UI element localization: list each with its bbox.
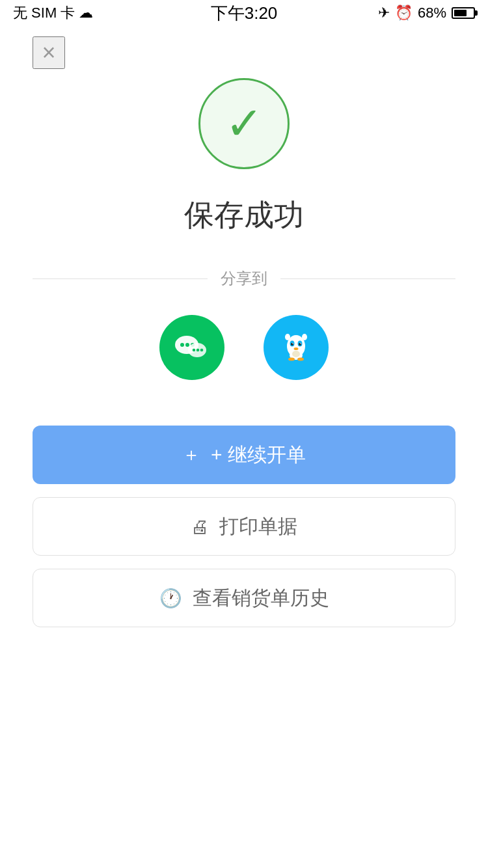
wechat-share-button[interactable] bbox=[159, 315, 224, 380]
svg-point-21 bbox=[302, 334, 307, 340]
plus-icon: ＋ bbox=[182, 442, 200, 467]
clock-icon: 🕐 bbox=[159, 588, 182, 609]
print-button[interactable]: 🖨 打印单据 bbox=[33, 497, 455, 556]
wechat-svg-icon bbox=[172, 328, 211, 367]
action-buttons: ＋ + 继续开单 🖨 打印单据 🕐 查看销货单历史 bbox=[0, 426, 488, 627]
qq-share-button[interactable] bbox=[264, 315, 329, 380]
history-label: 查看销货单历史 bbox=[193, 585, 329, 612]
continue-button[interactable]: ＋ + 继续开单 bbox=[33, 426, 455, 484]
status-left: 无 SIM 卡 ☁ bbox=[13, 3, 93, 23]
svg-point-19 bbox=[297, 358, 304, 361]
status-bar: 无 SIM 卡 ☁ 下午3:20 ✈ ⏰ 68% bbox=[0, 0, 488, 26]
svg-point-14 bbox=[300, 343, 301, 344]
svg-point-20 bbox=[285, 334, 290, 340]
checkmark-icon: ✓ bbox=[225, 101, 264, 146]
divider-right bbox=[280, 278, 455, 279]
share-icons bbox=[159, 315, 329, 380]
location-icon: ✈ bbox=[378, 5, 390, 21]
svg-point-17 bbox=[292, 351, 300, 357]
continue-label: + 继续开单 bbox=[211, 442, 306, 468]
svg-point-7 bbox=[200, 349, 204, 352]
svg-point-5 bbox=[193, 349, 196, 352]
printer-icon: 🖨 bbox=[191, 516, 209, 537]
share-section: 分享到 bbox=[0, 268, 488, 380]
success-title: 保存成功 bbox=[184, 195, 304, 236]
qq-svg-icon bbox=[278, 329, 314, 366]
share-divider-row: 分享到 bbox=[0, 268, 488, 289]
close-icon: × bbox=[42, 41, 55, 64]
success-circle: ✓ bbox=[198, 78, 290, 169]
share-label: 分享到 bbox=[208, 268, 280, 289]
svg-point-1 bbox=[180, 343, 184, 347]
history-button[interactable]: 🕐 查看销货单历史 bbox=[33, 569, 455, 627]
main-content: ✓ 保存成功 分享到 bbox=[0, 26, 488, 627]
print-label: 打印单据 bbox=[219, 513, 297, 540]
battery-icon bbox=[452, 7, 475, 19]
svg-point-2 bbox=[185, 343, 189, 347]
status-time: 下午3:20 bbox=[211, 2, 278, 25]
svg-point-15 bbox=[294, 347, 299, 350]
alarm-icon: ⏰ bbox=[395, 5, 413, 21]
no-sim-text: 无 SIM 卡 ☁ bbox=[13, 3, 93, 23]
divider-left bbox=[33, 278, 208, 279]
battery-percent: 68% bbox=[418, 5, 446, 21]
status-right: ✈ ⏰ 68% bbox=[378, 5, 475, 21]
svg-point-18 bbox=[288, 358, 295, 361]
svg-point-13 bbox=[292, 343, 293, 344]
close-button[interactable]: × bbox=[33, 36, 65, 69]
svg-point-6 bbox=[197, 349, 200, 352]
